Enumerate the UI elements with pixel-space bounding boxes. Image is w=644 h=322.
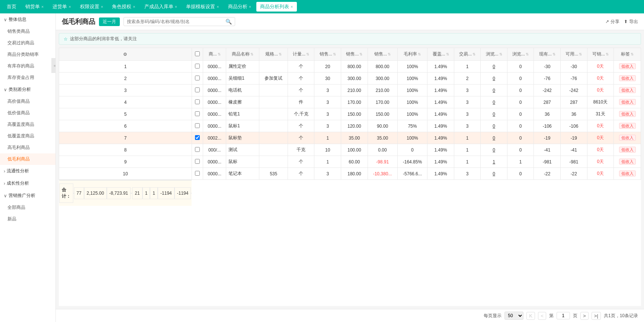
sidebar-item-low-value[interactable]: 低价值商品 bbox=[0, 107, 55, 119]
row-browse-a[interactable]: 0 bbox=[481, 85, 507, 96]
close-icon[interactable]: × bbox=[175, 4, 177, 9]
nav-permission[interactable]: 权限设置 × bbox=[76, 2, 107, 12]
nav-purchase[interactable]: 进货单 × bbox=[49, 2, 74, 12]
nav-role[interactable]: 角色授权 × bbox=[108, 2, 139, 12]
row-browse-a[interactable]: 0 bbox=[481, 73, 507, 85]
row-checkbox[interactable] bbox=[192, 96, 203, 108]
prev-page-button[interactable]: < bbox=[538, 312, 546, 320]
row-browse-a[interactable]: 0 bbox=[481, 96, 507, 108]
nav-product-entry[interactable]: 产成品入库单 × bbox=[141, 2, 181, 12]
nav-home[interactable]: 首页 bbox=[3, 2, 20, 12]
row-browse-a[interactable]: 0 bbox=[481, 120, 507, 132]
row-checkbox[interactable] bbox=[192, 85, 203, 96]
row-tag: 低收入 bbox=[614, 132, 641, 144]
sidebar-section-category[interactable]: ∨ 类别差分析 bbox=[0, 83, 55, 96]
sidebar-item-new-products[interactable]: 新品 bbox=[0, 213, 55, 225]
sidebar-item-category-rate[interactable]: 商品分类助销率 bbox=[0, 49, 55, 60]
page-input[interactable] bbox=[557, 312, 570, 319]
col-sales-qty[interactable]: 销售...⇅ bbox=[314, 48, 341, 61]
row-checkbox[interactable] bbox=[192, 120, 203, 132]
row-checkbox[interactable] bbox=[192, 73, 203, 85]
col-spec[interactable]: 规格...⇅ bbox=[259, 48, 288, 61]
next-page-button[interactable]: > bbox=[580, 312, 589, 320]
row-checkbox[interactable] bbox=[192, 61, 203, 73]
row-checkbox[interactable] bbox=[192, 144, 203, 156]
close-icon[interactable]: × bbox=[41, 4, 44, 9]
row-sales-qty: 3 bbox=[314, 168, 341, 180]
row-browse-a[interactable]: 0 bbox=[481, 132, 507, 144]
footer-current: -1194 bbox=[158, 187, 174, 199]
col-checkbox[interactable] bbox=[192, 48, 203, 61]
sidebar-item-low-coverage[interactable]: 低覆盖度商品 bbox=[0, 130, 55, 142]
col-tx-count[interactable]: 交易...⇅ bbox=[454, 48, 481, 61]
sidebar-item-traded[interactable]: 交易过的商品 bbox=[0, 37, 55, 49]
close-icon[interactable]: × bbox=[101, 4, 103, 9]
filter-button[interactable]: 近一月 bbox=[99, 17, 120, 26]
close-icon[interactable]: × bbox=[249, 4, 251, 9]
nav-sales[interactable]: 销货单 × bbox=[22, 2, 47, 12]
sidebar-item-all-products[interactable]: 全部商品 bbox=[0, 202, 55, 213]
table-row: 4 0000... 橡皮擦 件 3 170.00 170.00 100% 1.4… bbox=[59, 96, 641, 108]
row-code: 0000... bbox=[203, 120, 226, 132]
col-sales-amt[interactable]: 销售...⇅ bbox=[341, 48, 368, 61]
chevron-right-icon: › bbox=[4, 169, 5, 174]
sidebar-item-sales-products[interactable]: 销售类商品 bbox=[0, 26, 55, 37]
col-name[interactable]: 商品名称⇅ bbox=[226, 48, 259, 61]
sidebar-section-marketing[interactable]: ∨ 营销推广分析 bbox=[0, 189, 55, 202]
first-page-button[interactable]: K bbox=[526, 312, 535, 320]
share-button[interactable]: ↗ 分享 bbox=[605, 19, 619, 25]
sidebar-item-in-stock[interactable]: 有库存的商品 bbox=[0, 60, 55, 72]
col-current[interactable]: 现有...⇅ bbox=[534, 48, 561, 61]
close-icon[interactable]: × bbox=[217, 4, 219, 9]
close-icon[interactable]: × bbox=[291, 4, 293, 9]
row-browse-a[interactable]: 0 bbox=[481, 108, 507, 120]
sidebar-item-high-value[interactable]: 高价值商品 bbox=[0, 96, 55, 107]
sidebar-section-growth[interactable]: › 成长性分析 bbox=[0, 177, 55, 189]
sidebar-section-liquidity[interactable]: › 流通性分析 bbox=[0, 165, 55, 177]
row-sales-amt: 150.00 bbox=[341, 108, 368, 120]
col-code[interactable]: 商...⇅ bbox=[203, 48, 226, 61]
search-input[interactable] bbox=[127, 19, 225, 24]
row-checkbox[interactable] bbox=[192, 156, 203, 168]
row-spec bbox=[259, 132, 288, 144]
sidebar-item-low-gross[interactable]: 低毛利商品 bbox=[0, 153, 55, 165]
col-gross-rate[interactable]: 毛利率⇅ bbox=[397, 48, 427, 61]
sidebar-item-stock-capital[interactable]: 库存资金占用 bbox=[0, 72, 55, 83]
row-unit: 千克 bbox=[288, 144, 314, 156]
col-browse-a[interactable]: 浏览...⇅ bbox=[481, 48, 507, 61]
col-tag[interactable]: 标签⇅ bbox=[614, 48, 641, 61]
sidebar-item-high-coverage[interactable]: 高覆盖度商品 bbox=[0, 119, 55, 130]
nav-analysis[interactable]: 商品分析 × bbox=[224, 2, 255, 12]
close-icon[interactable]: × bbox=[68, 4, 71, 9]
col-browse-b[interactable]: 浏览...⇅ bbox=[507, 48, 534, 61]
row-no: 6 bbox=[59, 120, 192, 132]
col-sales-profit[interactable]: 销售...⇅ bbox=[368, 48, 397, 61]
row-browse-a[interactable]: 0 bbox=[481, 61, 507, 73]
col-available[interactable]: 可用...⇅ bbox=[561, 48, 587, 61]
sidebar-item-high-gross[interactable]: 高毛利商品 bbox=[0, 142, 55, 153]
footer-browse-b: 1 bbox=[150, 187, 158, 199]
row-tx-count: 1 bbox=[454, 132, 481, 144]
row-checkbox[interactable] bbox=[192, 168, 203, 180]
row-browse-a[interactable]: 0 bbox=[481, 144, 507, 156]
row-browse-b: 0 bbox=[507, 168, 534, 180]
col-saleable[interactable]: 可销...⇅ bbox=[587, 48, 614, 61]
row-checkbox[interactable] bbox=[192, 108, 203, 120]
per-page-select[interactable]: 50 100 200 bbox=[504, 312, 523, 320]
nav-analysis-list[interactable]: 商品分析列表 × bbox=[256, 2, 297, 12]
select-all-checkbox[interactable] bbox=[195, 51, 200, 56]
row-browse-a[interactable]: 1 bbox=[481, 156, 507, 168]
export-button[interactable]: ⬆ 导出 bbox=[624, 19, 638, 25]
sidebar-collapse-button[interactable]: « bbox=[51, 58, 56, 73]
col-unit[interactable]: 计量...⇅ bbox=[288, 48, 314, 61]
table-footer-row: 合计： 77 2,125.00 -8,723.91 21 1 1 -1194 -… bbox=[59, 180, 192, 206]
last-page-button[interactable]: >| bbox=[592, 312, 601, 320]
col-settings[interactable]: ⚙ bbox=[59, 48, 192, 61]
row-current: -76 bbox=[534, 73, 561, 85]
row-browse-a[interactable]: 0 bbox=[481, 168, 507, 180]
sidebar-section-overall[interactable]: ∨ 整体信息 bbox=[0, 13, 55, 26]
row-checkbox[interactable] bbox=[192, 132, 203, 144]
close-icon[interactable]: × bbox=[133, 4, 135, 9]
col-coverage[interactable]: 覆盖...⇅ bbox=[427, 48, 454, 61]
nav-template[interactable]: 单据模板设置 × bbox=[182, 2, 222, 12]
